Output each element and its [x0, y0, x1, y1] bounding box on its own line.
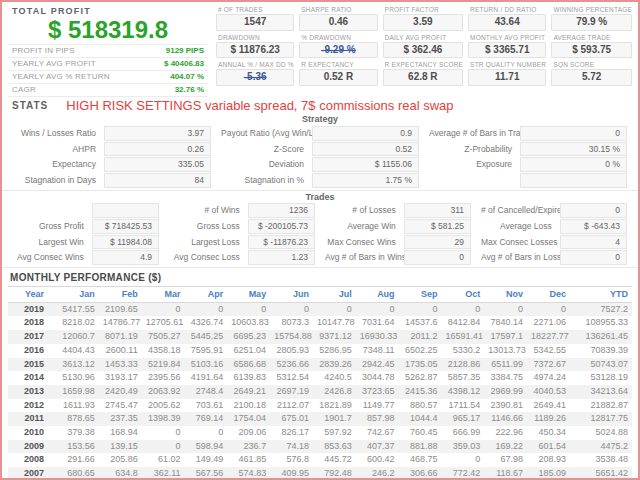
- month-cell: 0: [142, 440, 185, 454]
- month-cell: 0: [142, 302, 185, 316]
- month-cell: 574.83: [227, 467, 270, 480]
- kpi-label: STR QUALITY NUMBER: [470, 61, 546, 68]
- stat-max-consec-losses: Max Consec Losses4: [481, 235, 627, 250]
- summary-row-value: 404.07 %: [170, 72, 204, 82]
- stats-warning-wrap: STATS HIGH RISK SETTINGS variable spread…: [8, 98, 454, 113]
- month-cell: 5130.96: [56, 371, 99, 385]
- stat-value: 1.75 %: [312, 173, 419, 188]
- stat-label: Avg # of Bars in Losses: [481, 250, 560, 265]
- ytd-cell: 5024.88: [570, 426, 632, 440]
- month-cell: 306.66: [399, 467, 442, 480]
- month-cell: 2063.92: [142, 385, 185, 399]
- table-row-2007: 2007680.65634.8362.11567.56574.83409.957…: [8, 467, 632, 480]
- month-cell: 1821.89: [313, 399, 356, 413]
- stat-label: Expectancy: [13, 157, 104, 172]
- kpi-value: 79.9 %: [551, 14, 632, 31]
- table-row-2018: 20188218.0214786.7712705.614326.7410603.…: [8, 316, 632, 330]
- stat-stagnation-in: Stagnation in %1.75 %: [221, 173, 419, 188]
- month-cell: 1453.33: [99, 358, 142, 372]
- month-cell: 153.56: [56, 440, 99, 454]
- column-header-dec: Dec: [527, 286, 570, 302]
- month-cell: 1659.98: [56, 385, 99, 399]
- stat-value: 29: [404, 235, 471, 250]
- month-cell: 675.01: [270, 412, 313, 426]
- month-cell: 461.85: [227, 453, 270, 467]
- stat-largest-loss: Largest Loss$ -11876.23: [169, 235, 315, 250]
- stat-max-consec-wins: Max Consec Wins29: [325, 235, 471, 250]
- stat-value: 0: [560, 250, 627, 265]
- stat-gross-loss: Gross Loss$ -200105.73: [169, 219, 315, 234]
- month-cell: 6511.99: [484, 358, 527, 372]
- kpi-value: 0.52 R: [299, 69, 377, 86]
- month-cell: 7348.11: [356, 344, 399, 358]
- stat-stagnation-in-days: Stagnation in Days84: [13, 173, 211, 188]
- month-cell: 379.38: [56, 426, 99, 440]
- month-cell: 5330.2: [441, 344, 484, 358]
- kpi-label: SQN SCORE: [553, 61, 632, 68]
- month-cell: 18227.77: [527, 330, 570, 344]
- kpi-average-trade: AVERAGE TRADE$ 593.75: [551, 33, 632, 59]
- stat-avg-of-bars-in-losses: Avg # of Bars in Losses0: [481, 250, 627, 265]
- stat-of-wins: # of Wins1236: [169, 203, 315, 218]
- month-cell: 769.14: [184, 412, 227, 426]
- month-cell: 0: [313, 302, 356, 316]
- month-cell: 597.92: [313, 426, 356, 440]
- year-cell: 2016: [8, 344, 56, 358]
- month-cell: 450.34: [527, 426, 570, 440]
- ytd-cell: 21882.87: [570, 399, 632, 413]
- month-cell: 1901.7: [313, 412, 356, 426]
- table-row-2010: 2010379.38168.9400209.06826.17597.92742.…: [8, 426, 632, 440]
- month-cell: 2011.2: [399, 330, 442, 344]
- kpi-value: $ 362.46: [383, 42, 464, 59]
- stat-average-of-bars-in-trade: Average # of Bars in Trade0: [429, 126, 627, 141]
- kpi-sqn-score: SQN SCORE5.72: [551, 60, 632, 86]
- month-cell: 634.8: [99, 467, 142, 480]
- month-cell: 2415.36: [399, 385, 442, 399]
- column-header-jan: Jan: [56, 286, 99, 302]
- month-cell: 61.02: [142, 453, 185, 467]
- stat-value: 3.97: [104, 126, 211, 141]
- stat-label: Max Consec Losses: [481, 235, 560, 250]
- table-row-2013: 20131659.982420.492063.922748.42649.2126…: [8, 385, 632, 399]
- month-cell: 445.72: [313, 453, 356, 467]
- kpi-label: WINNING PERCENTAGE: [553, 6, 632, 13]
- stat-avg-consec-loss: Avg Consec Loss1.23: [169, 250, 315, 265]
- month-cell: 6695.23: [227, 330, 270, 344]
- monthly-performance-table: YearJanFebMarAprMayJunJulAugSepOctNovDec…: [8, 286, 632, 480]
- stat-label: [429, 173, 520, 188]
- stat-value: [92, 203, 159, 218]
- stat-label: Exposure: [429, 157, 520, 172]
- year-cell: 2015: [8, 358, 56, 372]
- month-cell: 17597.1: [484, 330, 527, 344]
- summary-row-yearly-avg-profit: YEARLY AVG PROFIT$ 40406.83: [8, 57, 208, 70]
- month-cell: 2100.18: [227, 399, 270, 413]
- table-row-2014: 20145130.963193.172395.564191.646139.835…: [8, 371, 632, 385]
- month-cell: 208.93: [527, 453, 570, 467]
- stat-deviation: Deviation$ 1155.06: [221, 157, 419, 172]
- stat-label: Payout Ratio (Avg Win/Loss): [221, 126, 312, 141]
- stat-label: Gross Profit: [13, 219, 92, 234]
- summary-rows: PROFIT IN PIPS9129 PIPSYEARLY AVG PROFIT…: [8, 44, 208, 96]
- month-cell: 7595.91: [184, 344, 227, 358]
- total-profit-label: TOTAL PROFIT: [8, 4, 208, 16]
- stat-value: $ 11984.08: [92, 235, 159, 250]
- stat-label: # of Losses: [325, 203, 404, 218]
- month-cell: 666.99: [441, 426, 484, 440]
- stat-label: Gross Loss: [169, 219, 248, 234]
- ytd-cell: 3538.48: [570, 453, 632, 467]
- month-cell: 1754.04: [227, 412, 270, 426]
- column-header-nov: Nov: [484, 286, 527, 302]
- month-cell: 2390.81: [484, 399, 527, 413]
- month-cell: 2005.62: [142, 399, 185, 413]
- table-body: 20195417.552109.6500000000007527.2201882…: [8, 302, 632, 480]
- month-cell: 222.96: [484, 426, 527, 440]
- stat-z-score: Z-Score0.52: [221, 142, 419, 157]
- year-cell: 2010: [8, 426, 56, 440]
- month-cell: 5857.35: [441, 371, 484, 385]
- column-header-jul: Jul: [313, 286, 356, 302]
- table-row-2012: 20121611.932745.472005.62703.612100.1821…: [8, 399, 632, 413]
- stat-value: $ 1155.06: [312, 157, 419, 172]
- month-cell: 2395.56: [142, 371, 185, 385]
- month-cell: 74.18: [270, 440, 313, 454]
- column-header-aug: Aug: [356, 286, 399, 302]
